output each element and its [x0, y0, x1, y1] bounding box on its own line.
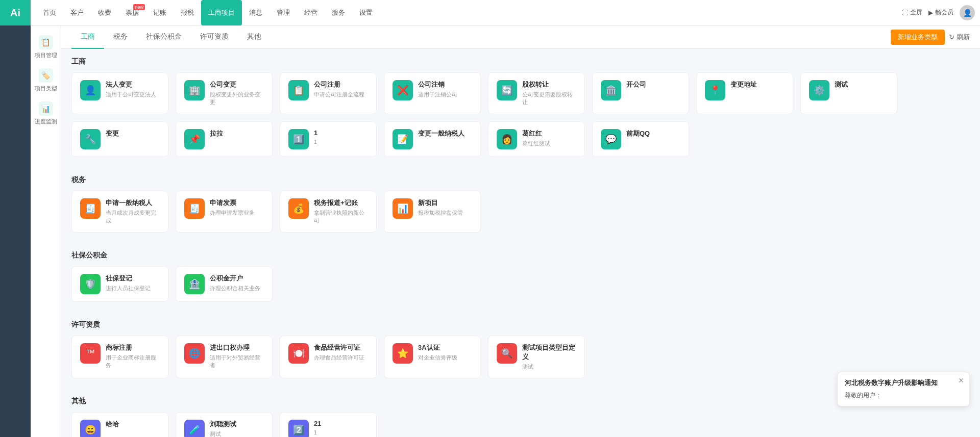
left-panel-progress[interactable]: 📊 进度监测 — [31, 97, 61, 130]
nav-bizproject[interactable]: 工商项目 — [201, 0, 242, 25]
card-icon-ceshi: ⚙️ — [809, 80, 829, 100]
card-qianqi-qq[interactable]: 💬 前期QQ — [592, 121, 689, 157]
card-icon-shangbiao: ™️ — [80, 343, 101, 364]
card-guquan-zhuanrang[interactable]: 🔄 股权转让 公司变更需要股权转让 — [488, 72, 585, 114]
nav-message[interactable]: 消息 — [242, 0, 270, 25]
cards-grid-gongshang: 👤 法人变更 适用于公司变更法人 🏢 公司变更 股权变更外的业务变更 — [71, 72, 970, 157]
nav-bookkeeping[interactable]: 记账 — [146, 0, 174, 25]
cards-grid-shebao: 🛡️ 社保登记 进行人员社保登记 🏦 公积金开户 办理公积金相关业务 — [71, 266, 970, 302]
user-avatar[interactable]: 👤 — [960, 5, 975, 20]
card-icon-yibannashui: 🧾 — [80, 198, 101, 219]
progress-icon: 📊 — [39, 101, 53, 116]
card-faren-biangeng[interactable]: 👤 法人变更 适用于公司变更法人 — [71, 72, 168, 114]
card-21[interactable]: 2️⃣ 21 1 — [280, 412, 377, 437]
nav-admin[interactable]: 管理 — [270, 0, 297, 25]
card-icon-bg2: 🔧 — [80, 129, 101, 149]
play-icon: ▶ — [928, 9, 933, 16]
tab-bar-actions: 新增业务类型 ↻ 刷新 — [891, 30, 970, 45]
card-icon-kai: 🏛️ — [601, 80, 621, 100]
cards-grid-qita: 😄 哈哈 🧪 刘聪测试 测试 2️⃣ — [71, 412, 970, 437]
tab-shebao[interactable]: 社保公积金 — [137, 25, 191, 49]
card-icon-ghh: 👩 — [497, 129, 517, 149]
tab-qita[interactable]: 其他 — [238, 25, 271, 49]
card-icon-3a: ⭐ — [393, 343, 413, 364]
notification-title: 河北税务数字账户升级影响通知 — [845, 378, 962, 388]
card-icon-jck: 🌐 — [184, 343, 205, 364]
card-baodao-jizh[interactable]: 💰 税务报道+记账 拿到营业执照的新公司 — [280, 191, 377, 233]
card-ceshi[interactable]: ⚙️ 测试 — [800, 72, 897, 114]
app-sidebar: Ai — [0, 0, 31, 437]
nav-customer[interactable]: 客户 — [63, 0, 91, 25]
section-title-xuke: 许可资质 — [71, 320, 970, 329]
cards-grid-xuke: ™️ 商标注册 用于企业商标注册服务 🌐 进出口权办理 适用于对外贸易经营者 — [71, 336, 970, 378]
card-icon-xinxm: 📊 — [393, 198, 413, 219]
topnav-right: ⛶ 全屏 ▶ 畅会员 👤 — [902, 5, 975, 20]
card-gehonghong[interactable]: 👩 葛红红 葛红红测试 — [488, 121, 585, 157]
card-icon-gjj: 🏦 — [184, 274, 205, 294]
app-logo: Ai — [0, 0, 31, 25]
card-icon-zhuce: 📋 — [288, 80, 309, 100]
nav-settings[interactable]: 设置 — [352, 0, 380, 25]
section-xuke: 许可资质 ™️ 商标注册 用于企业商标注册服务 🌐 进出口权办理 适用于对外 — [61, 312, 980, 378]
left-panel-project-mgmt[interactable]: 📋 项目管理 — [31, 31, 61, 64]
section-title-shuiwu: 税务 — [71, 175, 970, 185]
project-type-icon: 🏷️ — [39, 68, 53, 83]
card-fapiao[interactable]: 🧾 申请发票 办理申请发票业务 — [176, 191, 273, 233]
card-icon-one: 1️⃣ — [288, 129, 309, 149]
notification-close-button[interactable]: ✕ — [958, 376, 964, 384]
tab-xuke[interactable]: 许可资质 — [191, 25, 238, 49]
nav-service[interactable]: 服务 — [325, 0, 352, 25]
main-area: 首页 客户 收费 票据 new 记账 报税 工商项目 消息 管理 经营 服务 设… — [31, 0, 980, 437]
card-gongsi-biangeng[interactable]: 🏢 公司变更 股权变更外的业务变更 — [176, 72, 273, 114]
left-panel: 📋 项目管理 🏷️ 项目类型 📊 进度监测 — [31, 25, 61, 437]
refresh-icon: ↻ — [949, 33, 954, 41]
section-title-shebao: 社保公积金 — [71, 251, 970, 260]
nav-home[interactable]: 首页 — [36, 0, 63, 25]
nav-operation[interactable]: 经营 — [297, 0, 325, 25]
card-xin-xiangmu[interactable]: 📊 新项目 报税加税控盘保管 — [384, 191, 481, 233]
card-icon-haha: 😄 — [80, 420, 101, 437]
nav-fee[interactable]: 收费 — [91, 0, 118, 25]
card-one[interactable]: 1️⃣ 1 1 — [280, 121, 377, 157]
card-gjj-kaiku[interactable]: 🏦 公积金开户 办理公积金相关业务 — [176, 266, 273, 302]
card-icon-guquan: 🔄 — [497, 80, 517, 100]
section-shuiwu: 税务 🧾 申请一般纳税人 当月或次月成变更完成 🧾 申请发票 办理申请发票 — [61, 167, 980, 233]
member-btn[interactable]: ▶ 畅会员 — [928, 8, 953, 17]
card-jinchukouquan[interactable]: 🌐 进出口权办理 适用于对外贸易经营者 — [176, 336, 273, 378]
new-type-button[interactable]: 新增业务类型 — [891, 30, 945, 45]
card-yibannashui[interactable]: 🧾 申请一般纳税人 当月或次月成变更完成 — [71, 191, 168, 233]
refresh-button[interactable]: ↻ 刷新 — [949, 33, 970, 42]
card-icon-21: 2️⃣ — [288, 420, 309, 437]
fullscreen-btn[interactable]: ⛶ 全屏 — [902, 8, 922, 17]
card-haha[interactable]: 😄 哈哈 — [71, 412, 168, 437]
card-gongsi-zhuxiao[interactable]: ❌ 公司注销 适用于注销公司 — [384, 72, 481, 114]
nav-tax[interactable]: 报税 — [174, 0, 201, 25]
card-icon-qq: 💬 — [601, 129, 621, 149]
card-3a-renzheng[interactable]: ⭐ 3A认证 对企业信誉评级 — [384, 336, 481, 378]
notification-body: 尊敬的用户： — [845, 391, 962, 400]
card-kai-gongsi[interactable]: 🏛️ 开公司 — [592, 72, 689, 114]
section-gongshang: 工商 👤 法人变更 适用于公司变更法人 🏢 公司变更 股权变更外的业务变更 — [61, 49, 980, 157]
tab-gongshang[interactable]: 工商 — [71, 25, 104, 49]
card-ceshi-xuke[interactable]: 🔍 测试项目类型目定义 测试 — [488, 336, 585, 378]
new-badge: new — [133, 4, 145, 10]
card-biangeng2[interactable]: 🔧 变更 — [71, 121, 168, 157]
card-lala[interactable]: 📌 拉拉 — [176, 121, 273, 157]
card-biangeng-nashui[interactable]: 📝 变更一般纳税人 — [384, 121, 481, 157]
card-shangbiao[interactable]: ™️ 商标注册 用于企业商标注册服务 — [71, 336, 168, 378]
card-gongsi-zhuce[interactable]: 📋 公司注册 申请公司注册全流程 — [280, 72, 377, 114]
tab-shuiwu[interactable]: 税务 — [104, 25, 137, 49]
card-shipin-xuke[interactable]: 🍽️ 食品经营许可证 办理食品经营许可证 — [280, 336, 377, 378]
tab-bar: 工商 税务 社保公积金 许可资质 其他 新增业务类型 ↻ 刷新 — [61, 25, 980, 49]
card-biangeng-dizhi[interactable]: 📍 变更地址 — [696, 72, 793, 114]
card-icon-dizhi: 📍 — [705, 80, 725, 100]
top-navigation: 首页 客户 收费 票据 new 记账 报税 工商项目 消息 管理 经营 服务 设… — [31, 0, 980, 25]
card-shebao-dengji[interactable]: 🛡️ 社保登记 进行人员社保登记 — [71, 266, 168, 302]
fullscreen-icon: ⛶ — [902, 9, 908, 16]
card-liucong-test[interactable]: 🧪 刘聪测试 测试 — [176, 412, 273, 437]
nav-ticket[interactable]: 票据 new — [118, 0, 146, 25]
cards-grid-shuiwu: 🧾 申请一般纳税人 当月或次月成变更完成 🧾 申请发票 办理申请发票业务 — [71, 191, 970, 233]
section-shebao: 社保公积金 🛡️ 社保登记 进行人员社保登记 🏦 公积金开户 办理公积金相 — [61, 243, 980, 302]
card-icon-fapiao: 🧾 — [184, 198, 205, 219]
left-panel-project-type[interactable]: 🏷️ 项目类型 — [31, 64, 61, 97]
